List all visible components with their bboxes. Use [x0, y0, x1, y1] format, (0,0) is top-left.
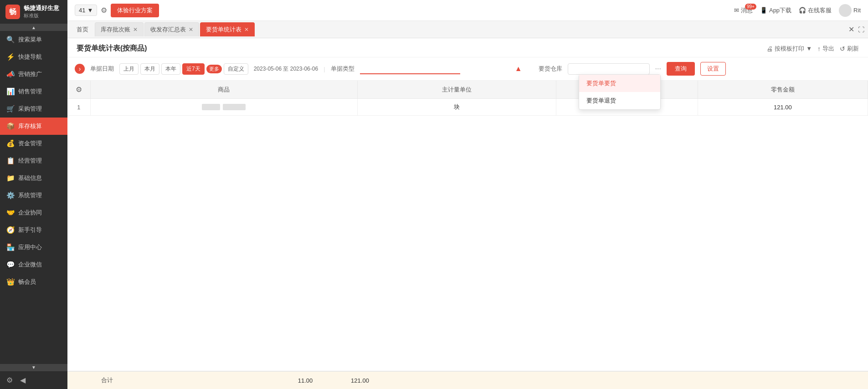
tab-home-label: 首页: [77, 26, 88, 34]
sidebar-footer: ⚙ ◀: [0, 371, 67, 389]
collapse-icon[interactable]: ◀: [20, 376, 26, 384]
refresh-icon: ↺: [840, 45, 845, 52]
filter-more-button[interactable]: ···: [655, 65, 661, 73]
sidebar-item-marketing[interactable]: 📣 营销推广: [0, 66, 67, 83]
service-icon: 🎧: [799, 7, 806, 14]
sidebar-item-finance[interactable]: 💰 资金管理: [0, 135, 67, 152]
sidebar-item-search[interactable]: 🔍 搜索菜单: [0, 31, 67, 48]
avatar: [839, 4, 852, 17]
tab-expand-icon[interactable]: ⛶: [858, 26, 864, 33]
sidebar-item-collab[interactable]: 🤝 企业协同: [0, 204, 67, 221]
company-dropdown-icon: ▼: [87, 7, 93, 14]
date-buttons: 上月 本月 本年 近7天 更多 自定义: [119, 63, 248, 75]
topbar-settings-icon[interactable]: ⚙: [101, 6, 107, 15]
sidebar-scroll-down[interactable]: ▼: [0, 364, 67, 371]
sidebar-item-label: 系统管理: [18, 191, 42, 200]
settings-footer-icon[interactable]: ⚙: [6, 376, 13, 384]
more-dates-badge[interactable]: 更多: [206, 65, 222, 73]
data-table: ⚙ 商品 主计量单位 主数量 零售金额 1: [67, 81, 868, 116]
filter-expand-button[interactable]: ›: [75, 64, 85, 74]
sidebar-item-inventory[interactable]: 📦 库存核算: [0, 118, 67, 135]
app-label: App下载: [769, 6, 791, 15]
logo-icon: 畅: [5, 5, 20, 19]
tabs-bar: 首页 库存批次账 ✕ 收发存汇总表 ✕ 要货单统计表 ✕ ✕ ⛶: [67, 21, 868, 38]
tab-receivables-close[interactable]: ✕: [189, 26, 193, 33]
type-select-arrow[interactable]: ▲: [515, 65, 522, 73]
settings-column-header: ⚙: [67, 81, 90, 99]
amount-column-header: 零售金额: [698, 81, 868, 99]
dropdown-item-order-goods[interactable]: 要货单要货: [579, 75, 660, 92]
sidebar-item-basic[interactable]: 📁 基础信息: [0, 169, 67, 187]
sidebar-item-sales[interactable]: 📊 销售管理: [0, 83, 67, 100]
trial-button[interactable]: 体验行业方案: [111, 4, 159, 17]
refresh-label: 刷新: [847, 45, 859, 53]
dropdown-item-order-return[interactable]: 要货单退货: [579, 92, 660, 109]
service-label: 在线客服: [808, 6, 832, 15]
tab-close-all-icon[interactable]: ✕: [848, 25, 854, 34]
last-month-button[interactable]: 上月: [119, 63, 139, 75]
query-button[interactable]: 查询: [667, 62, 695, 76]
custom-date-button[interactable]: 自定义: [224, 63, 248, 75]
table-footer: 合计 11.00 121.00: [67, 371, 868, 389]
type-select-input[interactable]: [360, 64, 460, 74]
tab-inventory-batch[interactable]: 库存批次账 ✕: [95, 22, 144, 36]
tab-home[interactable]: 首页: [71, 23, 94, 36]
refresh-button[interactable]: ↺ 刷新: [840, 45, 859, 53]
last-7-days-button[interactable]: 近7天: [182, 63, 205, 75]
warehouse-input[interactable]: [568, 63, 650, 75]
quicknav-icon: ⚡: [6, 53, 15, 61]
this-month-button[interactable]: 本月: [140, 63, 159, 75]
product-column-header: 商品: [90, 81, 358, 99]
sidebar-item-purchase[interactable]: 🛒 采购管理: [0, 100, 67, 118]
sidebar-item-wechat[interactable]: 💬 企业微信: [0, 256, 67, 273]
tab-inventory-batch-close[interactable]: ✕: [133, 26, 138, 33]
tab-receivables[interactable]: 收发存汇总表 ✕: [144, 22, 199, 36]
user-profile[interactable]: Rit: [839, 4, 861, 17]
sidebar-item-quicknav[interactable]: ⚡ 快捷导航: [0, 48, 67, 66]
row-unit: 块: [358, 99, 556, 116]
sidebar-item-label: 应用中心: [18, 243, 42, 251]
table-wrapper: ⚙ 商品 主计量单位 主数量 零售金额 1: [67, 81, 868, 371]
sidebar-item-member[interactable]: 👑 畅会员: [0, 273, 67, 291]
guide-icon: 🧭: [6, 226, 15, 234]
basic-icon: 📁: [6, 174, 15, 182]
tab-order-stats-close[interactable]: ✕: [244, 26, 249, 33]
app-download-button[interactable]: 📱 App下载: [760, 6, 791, 15]
print-button[interactable]: 🖨 按模板打印 ▼: [766, 45, 812, 53]
sidebar-item-label: 基础信息: [18, 174, 42, 182]
sidebar-item-guide[interactable]: 🧭 新手引导: [0, 221, 67, 239]
member-icon: 👑: [6, 278, 15, 286]
tab-order-stats[interactable]: 要货单统计表 ✕: [200, 22, 255, 36]
app-icon: 📱: [760, 7, 767, 14]
print-icon: 🖨: [766, 45, 773, 52]
sidebar-logo[interactable]: 畅 畅捷通好生意 标准版: [0, 0, 67, 24]
filter-bar: › 单据日期 上月 本月 本年 近7天 更多 自定义 2023-05-06 至 …: [67, 57, 868, 81]
filter-settings-button[interactable]: 设置: [700, 62, 726, 76]
topbar-left: 41 ▼ ⚙ 体验行业方案: [75, 4, 729, 17]
sidebar-item-label: 资金管理: [18, 139, 42, 148]
sidebar-item-appstore[interactable]: 🏪 应用中心: [0, 239, 67, 256]
product-placeholder-1: [202, 104, 220, 110]
sidebar-item-label: 营销推广: [18, 70, 42, 78]
print-label: 按模板打印: [775, 45, 804, 53]
this-year-button[interactable]: 本年: [161, 63, 180, 75]
company-name: 41: [79, 7, 85, 14]
tab-order-stats-label: 要货单统计表: [206, 26, 241, 34]
column-settings-icon[interactable]: ⚙: [76, 86, 82, 93]
inventory-icon: 📦: [6, 122, 15, 130]
product-placeholder-2: [223, 104, 246, 110]
sidebar-scroll-up[interactable]: ▲: [0, 24, 67, 31]
online-service-button[interactable]: 🎧 在线客服: [799, 6, 832, 15]
tab-inventory-batch-label: 库存批次账: [101, 26, 130, 34]
logo-text: 畅捷通好生意 标准版: [24, 5, 59, 19]
appstore-icon: 🏪: [6, 243, 15, 251]
messages-button[interactable]: ✉ 消息 99+: [734, 6, 753, 15]
marketing-icon: 📣: [6, 70, 15, 78]
export-button[interactable]: ↑ 导出: [817, 45, 834, 53]
sidebar-item-system[interactable]: ⚙️ 系统管理: [0, 187, 67, 204]
company-selector[interactable]: 41 ▼: [75, 5, 97, 16]
search-icon: 🔍: [6, 36, 15, 44]
sidebar-item-operation[interactable]: 📋 经营管理: [0, 152, 67, 169]
purchase-icon: 🛒: [6, 105, 15, 113]
export-label: 导出: [822, 45, 834, 53]
